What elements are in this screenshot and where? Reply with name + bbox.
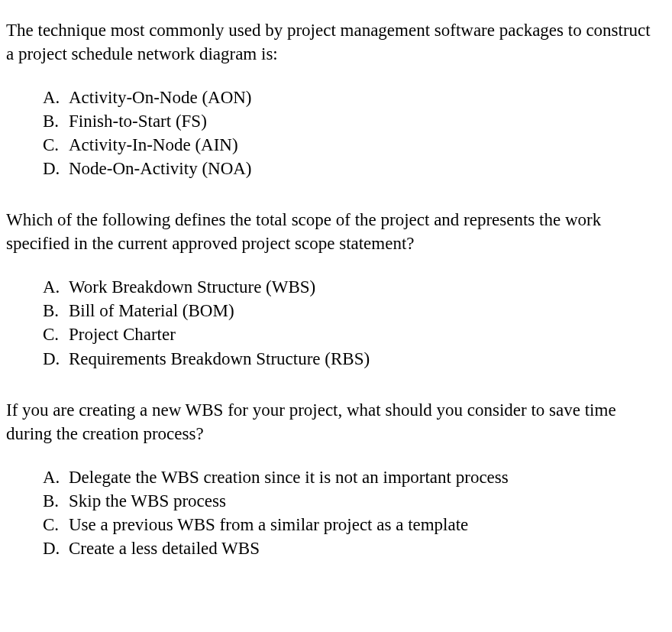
option-letter: C. — [43, 322, 69, 346]
option-letter: A. — [43, 465, 69, 489]
option-c: C.Project Charter — [43, 322, 666, 346]
option-letter: D. — [43, 157, 69, 180]
option-a: A.Delegate the WBS creation since it is … — [43, 465, 666, 489]
option-text: Use a previous WBS from a similar projec… — [69, 515, 468, 534]
option-list: A.Delegate the WBS creation since it is … — [6, 465, 666, 560]
option-text: Skip the WBS process — [69, 491, 226, 510]
option-b: B.Bill of Material (BOM) — [43, 299, 666, 322]
option-text: Activity-In-Node (AIN) — [69, 135, 238, 154]
option-a: A.Work Breakdown Structure (WBS) — [43, 275, 666, 299]
option-text: Delegate the WBS creation since it is no… — [69, 468, 509, 487]
option-text: Requirements Breakdown Structure (RBS) — [69, 349, 370, 368]
option-d: D.Node-On-Activity (NOA) — [43, 157, 666, 180]
option-b: B.Finish-to-Start (FS) — [43, 109, 666, 133]
option-letter: D. — [43, 536, 69, 560]
question-1: The technique most commonly used by proj… — [6, 18, 666, 180]
option-letter: C. — [43, 513, 69, 536]
option-letter: B. — [43, 109, 69, 133]
option-letter: A. — [43, 275, 69, 299]
option-d: D.Requirements Breakdown Structure (RBS) — [43, 347, 666, 371]
option-a: A.Activity-On-Node (AON) — [43, 86, 666, 109]
option-letter: B. — [43, 299, 69, 322]
option-letter: D. — [43, 347, 69, 371]
option-c: C.Activity-In-Node (AIN) — [43, 133, 666, 157]
option-c: C.Use a previous WBS from a similar proj… — [43, 513, 666, 536]
option-b: B.Skip the WBS process — [43, 489, 666, 513]
option-d: D.Create a less detailed WBS — [43, 536, 666, 560]
question-3: If you are creating a new WBS for your p… — [6, 398, 666, 560]
option-letter: C. — [43, 133, 69, 157]
option-list: A.Activity-On-Node (AON) B.Finish-to-Sta… — [6, 86, 666, 180]
question-text: Which of the following defines the total… — [6, 208, 666, 255]
option-letter: A. — [43, 86, 69, 109]
option-letter: B. — [43, 489, 69, 513]
question-2: Which of the following defines the total… — [6, 208, 666, 370]
question-text: If you are creating a new WBS for your p… — [6, 398, 666, 446]
option-text: Finish-to-Start (FS) — [69, 112, 207, 131]
option-list: A.Work Breakdown Structure (WBS) B.Bill … — [6, 275, 666, 370]
option-text: Bill of Material (BOM) — [69, 301, 234, 320]
option-text: Project Charter — [69, 325, 176, 344]
option-text: Create a less detailed WBS — [69, 539, 260, 558]
option-text: Node-On-Activity (NOA) — [69, 159, 252, 178]
option-text: Activity-On-Node (AON) — [69, 88, 252, 107]
question-text: The technique most commonly used by proj… — [6, 18, 666, 66]
option-text: Work Breakdown Structure (WBS) — [69, 277, 315, 297]
